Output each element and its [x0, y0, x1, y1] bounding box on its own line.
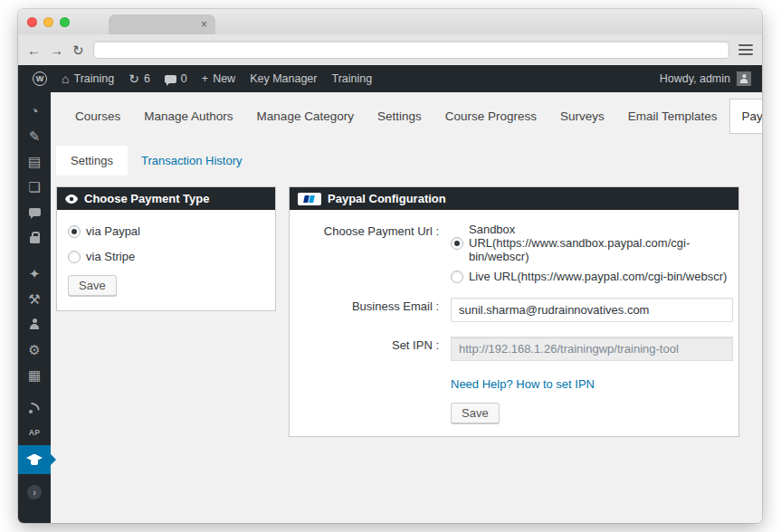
subtab-transaction-history[interactable]: Transaction History — [141, 154, 243, 167]
sidebar-item-security[interactable] — [18, 224, 51, 250]
subtab-settings[interactable]: Settings — [56, 146, 128, 176]
payment-type-save-button[interactable]: Save — [68, 275, 117, 296]
user-icon — [28, 318, 41, 330]
paypal-config-panel-title: Paypal Configuration — [328, 192, 446, 205]
ipn-help-link[interactable]: Need Help? How to set IPN — [451, 377, 595, 391]
plugin-page: Courses Manage Authors Manage Category S… — [51, 92, 762, 523]
sidebar-item-pages[interactable]: ❏ — [18, 174, 51, 199]
paypal-save-row: Save — [451, 403, 738, 423]
sidebar-item-comments[interactable] — [18, 199, 51, 224]
sandbox-url-option: Sandbox URL(https://www.sandbox.paypal.c… — [451, 223, 738, 263]
payment-type-panel-title: Choose Payment Type — [84, 192, 209, 205]
updates-icon: ↻ — [129, 72, 139, 85]
admin-bar-training[interactable]: Training — [325, 65, 380, 92]
business-email-row: Business Email : — [290, 298, 738, 322]
training-label: Training — [332, 72, 373, 85]
admin-bar-updates[interactable]: ↻ 6 — [121, 65, 157, 92]
browser-tabstrip: × — [18, 9, 762, 34]
sidebar-item-users[interactable] — [18, 311, 51, 337]
lock-icon — [30, 236, 40, 243]
browser-window: × ← → ↻ W ⌂ Training ↻ 6 0 + New Key — [18, 9, 762, 523]
comments-icon — [165, 75, 176, 83]
comments-count: 0 — [181, 72, 187, 85]
forward-button[interactable]: → — [50, 43, 63, 57]
sidebar-item-training[interactable] — [18, 445, 51, 474]
paypal-config-panel-header: Paypal Configuration — [290, 187, 738, 210]
business-email-input[interactable] — [451, 298, 733, 322]
tab-email-templates[interactable]: Email Templates — [616, 102, 729, 130]
paypal-icon — [298, 193, 321, 205]
plugins-icon: ⚒ — [28, 292, 40, 306]
collapse-arrow-icon: › — [27, 485, 42, 499]
radio-via-paypal[interactable] — [68, 225, 81, 238]
admin-bar-comments[interactable]: 0 — [157, 65, 195, 92]
live-url-label: Live URL(https://www.paypal.com/cgi-bin/… — [469, 270, 727, 283]
wp-logo-menu[interactable]: W — [25, 65, 54, 92]
settings-icon: ▦ — [28, 368, 41, 382]
radio-sandbox-url[interactable] — [451, 237, 463, 250]
tab-surveys[interactable]: Surveys — [548, 102, 616, 130]
sandbox-url-label: Sandbox URL(https://www.sandbox.paypal.c… — [469, 223, 738, 263]
tab-manage-authors[interactable]: Manage Authors — [132, 102, 244, 130]
howdy-label: Howdy, admin — [660, 72, 730, 85]
payment-type-option-paypal: via Paypal — [68, 224, 264, 238]
sidebar-item-tools[interactable]: ⚙ — [18, 337, 51, 362]
dashboard-icon: ◔ — [30, 104, 38, 118]
tab-close-icon[interactable]: × — [201, 19, 207, 30]
sidebar-collapse-button[interactable]: › — [18, 480, 51, 505]
sidebar-item-ap[interactable]: AP — [18, 420, 51, 445]
tab-course-progress[interactable]: Course Progress — [433, 102, 548, 130]
admin-bar-key-manager[interactable]: Key Manager — [243, 65, 324, 92]
paypal-save-button[interactable]: Save — [451, 403, 500, 423]
payment-type-panel-body: via Paypal via Stripe Save — [57, 210, 275, 310]
payment-url-row: Choose Payment Url : Sandbox URL(https:/… — [290, 223, 738, 283]
browser-tab[interactable]: × — [109, 14, 215, 34]
window-minimize-button[interactable] — [43, 17, 53, 27]
set-ipn-label: Set IPN : — [290, 337, 451, 361]
sidebar-item-dashboard[interactable]: ◔ — [18, 98, 51, 123]
updates-count: 6 — [144, 72, 150, 85]
menu-button[interactable] — [738, 44, 753, 55]
set-ipn-row: Set IPN : — [290, 337, 738, 361]
graduation-cap-icon — [26, 454, 43, 466]
sidebar-item-posts[interactable]: ✎ — [18, 123, 51, 148]
reload-button[interactable]: ↻ — [72, 43, 84, 57]
payment-type-panel: Choose Payment Type via Paypal via Strip… — [56, 186, 276, 311]
sidebar-item-plugins[interactable]: ⚒ — [18, 286, 51, 311]
wp-sidebar: ◔ ✎ ▤ ❏ ✦ ⚒ ⚙ ▦ AP › — [18, 92, 51, 523]
payment-subtabs: Settings Transaction History — [56, 146, 762, 176]
avatar — [737, 71, 751, 86]
radio-via-stripe[interactable] — [68, 251, 81, 263]
tab-courses[interactable]: Courses — [63, 102, 132, 130]
comment-bubble-icon — [29, 208, 41, 216]
tab-manage-category[interactable]: Manage Category — [245, 102, 366, 130]
admin-bar-site[interactable]: ⌂ Training — [54, 65, 121, 92]
window-close-button[interactable] — [27, 17, 37, 27]
sidebar-item-media[interactable]: ▤ — [18, 148, 51, 174]
paypal-config-panel-body: Choose Payment Url : Sandbox URL(https:/… — [290, 210, 738, 436]
admin-bar-account[interactable]: Howdy, admin — [660, 71, 755, 86]
via-paypal-label: via Paypal — [86, 224, 140, 238]
plugin-nav-tabs: Courses Manage Authors Manage Category S… — [63, 101, 762, 131]
payment-panels: Choose Payment Type via Paypal via Strip… — [56, 186, 762, 437]
eye-icon — [65, 195, 78, 204]
sidebar-item-settings[interactable]: ▦ — [18, 362, 51, 387]
admin-main: ◔ ✎ ▤ ❏ ✦ ⚒ ⚙ ▦ AP › Courses Manage Auth… — [18, 92, 762, 523]
wordpress-logo-icon: W — [33, 71, 47, 86]
tab-settings[interactable]: Settings — [366, 102, 433, 130]
site-name-label: Training — [73, 72, 114, 85]
back-button[interactable]: ← — [27, 43, 41, 57]
ipn-input[interactable] — [451, 337, 733, 361]
sidebar-item-feeds[interactable] — [18, 394, 51, 420]
radio-live-url[interactable] — [451, 271, 463, 283]
sidebar-item-appearance[interactable]: ✦ — [18, 261, 51, 286]
pages-icon: ❏ — [28, 180, 40, 194]
admin-bar-new[interactable]: + New — [195, 65, 243, 92]
posts-icon: ✎ — [29, 129, 41, 143]
window-maximize-button[interactable] — [60, 17, 70, 27]
tab-payment[interactable]: Payment — [729, 99, 762, 134]
payment-type-option-stripe: via Stripe — [68, 250, 264, 263]
address-bar[interactable] — [93, 41, 729, 59]
paypal-config-panel: Paypal Configuration Choose Payment Url … — [289, 186, 739, 437]
tools-icon: ⚙ — [28, 343, 40, 356]
